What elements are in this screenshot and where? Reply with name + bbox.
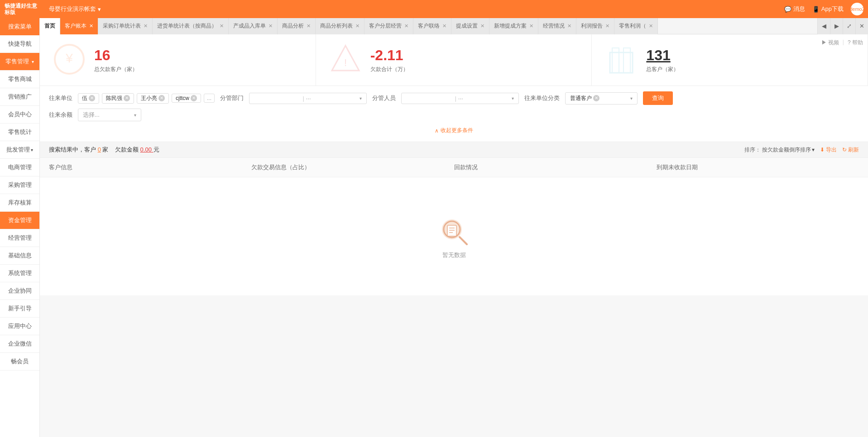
svg-rect-5: [612, 48, 619, 73]
sidebar-item-marketing[interactable]: 营销推广: [0, 88, 39, 106]
chevron-down-icon: ▾: [32, 59, 34, 64]
table-header-recovery: 回款情况: [454, 163, 657, 171]
filter-dept-label: 分管部门: [220, 94, 244, 102]
sidebar-item-fund-mgmt[interactable]: 资金管理: [0, 212, 39, 229]
tab-profit-report[interactable]: 利润报告 ✕: [576, 18, 614, 34]
query-button[interactable]: 查询: [643, 91, 673, 105]
sidebar-item-quick-nav[interactable]: 快捷导航: [0, 35, 39, 53]
tab-customer-ledger[interactable]: 客户账本 ✕: [60, 18, 98, 34]
collapse-button[interactable]: ∧ 收起更多条件: [433, 125, 475, 136]
stat-card-debt-customers: ¥ 16 总欠款客户（家）: [40, 34, 316, 86]
avatar[interactable]: demo2: [851, 3, 863, 15]
stat-info-total: 131 总客户（家）: [646, 47, 679, 73]
sidebar-search[interactable]: 搜索菜单: [0, 18, 39, 35]
stat-value-customers: 16: [94, 47, 138, 64]
export-button[interactable]: ⬇ 导出: [820, 146, 837, 154]
filter-row-2: 往来余额 选择... ▾: [49, 109, 859, 121]
sort-select[interactable]: 按欠款金额倒序排序 ▾: [762, 146, 815, 154]
filter-more-btn[interactable]: ...: [204, 94, 215, 103]
tab-purchase-order-stats[interactable]: 采购订单统计表 ✕: [98, 18, 153, 34]
app-wrapper: 畅捷通好生意 标版 母婴行业演示帐套 ▾ 💬 消息 📱 App下载 demo2 …: [0, 0, 868, 437]
tab-close-all[interactable]: ✕: [855, 18, 868, 34]
sidebar-item-retail-stats[interactable]: 零售统计: [0, 124, 39, 141]
filter-tag-wu-close[interactable]: ✕: [89, 95, 95, 101]
tab-new-achievement[interactable]: 新增提成方案 ✕: [489, 18, 538, 34]
filter-tag-common-close[interactable]: ✕: [593, 95, 599, 101]
tab-close-icon[interactable]: ✕: [404, 23, 408, 29]
top-bar: 畅捷通好生意 标版 母婴行业演示帐套 ▾ 💬 消息 📱 App下载 demo2: [0, 0, 868, 18]
sidebar-item-new-guide[interactable]: 新手引导: [0, 300, 39, 318]
tab-close-icon[interactable]: ✕: [605, 23, 609, 29]
filter-tag-common-customer: 普通客户 ✕: [570, 95, 599, 102]
tab-reminder-settings[interactable]: 提成设置 ✕: [451, 18, 489, 34]
tab-label: 客户分层经营: [369, 22, 402, 30]
stat-info-customers: 16 总欠款客户（家）: [94, 47, 138, 73]
sidebar: 搜索菜单 快捷导航 零售管理 ▾ 零售商城 营销推广 会员中心 零售统计 批发管…: [0, 18, 40, 437]
sidebar-item-member-center[interactable]: 会员中心: [0, 106, 39, 124]
tab-retail-profit[interactable]: 零售利润（ ✕: [614, 18, 658, 34]
app-download-button[interactable]: 📱 App下载: [812, 5, 844, 13]
sidebar-item-purchase-mgmt[interactable]: 采购管理: [0, 176, 39, 194]
tab-label: 零售利润（: [619, 22, 646, 30]
tab-biz-situation[interactable]: 经营情况 ✕: [538, 18, 576, 34]
tab-close-icon[interactable]: ✕: [89, 23, 93, 29]
sidebar-item-retail-mall[interactable]: 零售商城: [0, 71, 39, 88]
filter-unit-cat-select[interactable]: 普通客户 ✕ ▾: [565, 92, 638, 104]
sidebar-item-app-center[interactable]: 应用中心: [0, 318, 39, 335]
filter-person-select[interactable]: | ··· ▾: [401, 93, 519, 104]
sidebar-item-retail-mgmt[interactable]: 零售管理 ▾: [0, 53, 39, 71]
tab-bar: 首页 客户账本 ✕ 采购订单统计表 ✕ 进货单统计表（按商品） ✕ 产成品入库单…: [40, 18, 868, 34]
tab-close-icon[interactable]: ✕: [529, 23, 533, 29]
stat-info-debt: -2.11 欠款合计（万）: [370, 47, 408, 73]
tab-close-icon[interactable]: ✕: [442, 23, 446, 29]
stats-row: ¥ 16 总欠款客户（家） !: [40, 34, 868, 86]
tab-close-icon[interactable]: ✕: [144, 23, 148, 29]
tab-inbound-stats[interactable]: 进货单统计表（按商品） ✕: [153, 18, 229, 34]
sidebar-item-biz-mgmt[interactable]: 经营管理: [0, 229, 39, 247]
customer-count-link[interactable]: 0: [98, 146, 101, 153]
tab-product-analysis-list[interactable]: 商品分析列表 ✕: [316, 18, 364, 34]
help-link[interactable]: ? 帮助: [848, 39, 863, 47]
tab-scroll-right[interactable]: ▶: [830, 18, 843, 34]
tab-product-analysis[interactable]: 商品分析 ✕: [278, 18, 316, 34]
tab-close-icon[interactable]: ✕: [649, 23, 653, 29]
tab-product-cost[interactable]: 产成品入库单 ✕: [229, 18, 278, 34]
sidebar-item-ecommerce[interactable]: 电商管理: [0, 159, 39, 176]
filter-balance-select[interactable]: 选择... ▾: [78, 109, 141, 121]
filter-tag-cjttcw-close[interactable]: ✕: [191, 95, 197, 101]
sidebar-item-basic-info[interactable]: 基础信息: [0, 247, 39, 265]
debt-amount-link[interactable]: 0.00: [140, 146, 153, 153]
video-link[interactable]: ▶ 视频: [821, 39, 839, 47]
sidebar-item-wholesale-mgmt[interactable]: 批发管理 ▾: [0, 141, 39, 159]
table-header-customer: 客户信息: [49, 163, 251, 171]
sidebar-item-member-vip[interactable]: 畅会员: [0, 353, 39, 370]
tab-customer-layering[interactable]: 客户分层经营 ✕: [364, 18, 413, 34]
refresh-button[interactable]: ↻ 刷新: [842, 146, 859, 154]
summary-search-result: 搜索结果中，客户 0 家 欠款金额 0.00 元: [49, 146, 159, 154]
filter-tag-chen-close[interactable]: ✕: [124, 95, 130, 101]
sidebar-item-inventory[interactable]: 库存核算: [0, 194, 39, 212]
message-button[interactable]: 💬 消息: [784, 5, 805, 13]
refresh-icon: ↻: [842, 147, 847, 153]
workspace-selector[interactable]: 母婴行业演示帐套 ▾: [49, 5, 103, 13]
filter-dept-more: ···: [306, 95, 311, 102]
page-content: ¥ 16 总欠款客户（家） !: [40, 34, 868, 437]
tab-close-icon[interactable]: ✕: [355, 23, 360, 29]
tab-label: 商品分析: [282, 22, 304, 30]
sidebar-item-enterprise[interactable]: 企业协同: [0, 282, 39, 300]
tab-customer-contact[interactable]: 客户联络 ✕: [413, 18, 451, 34]
table-header: 客户信息 欠款交易信息（占比） 回款情况 到期未收款日期: [40, 158, 868, 177]
filter-dept-select[interactable]: | ··· ▾: [249, 93, 367, 104]
tab-close-icon[interactable]: ✕: [307, 23, 311, 29]
tab-maximize[interactable]: ⤢: [843, 18, 855, 34]
stat-card-actions: ▶ 视频 | ? 帮助: [821, 39, 863, 47]
sidebar-item-system-mgmt[interactable]: 系统管理: [0, 265, 39, 282]
tab-close-icon[interactable]: ✕: [567, 23, 571, 29]
tab-close-icon[interactable]: ✕: [480, 23, 484, 29]
tab-scroll-left[interactable]: ◀: [817, 18, 830, 34]
tab-home[interactable]: 首页: [40, 18, 60, 34]
tab-close-icon[interactable]: ✕: [220, 23, 224, 29]
tab-close-icon[interactable]: ✕: [269, 23, 273, 29]
sidebar-item-enterprise-wechat[interactable]: 企业微信: [0, 335, 39, 353]
filter-tag-wang-close[interactable]: ✕: [158, 95, 165, 101]
